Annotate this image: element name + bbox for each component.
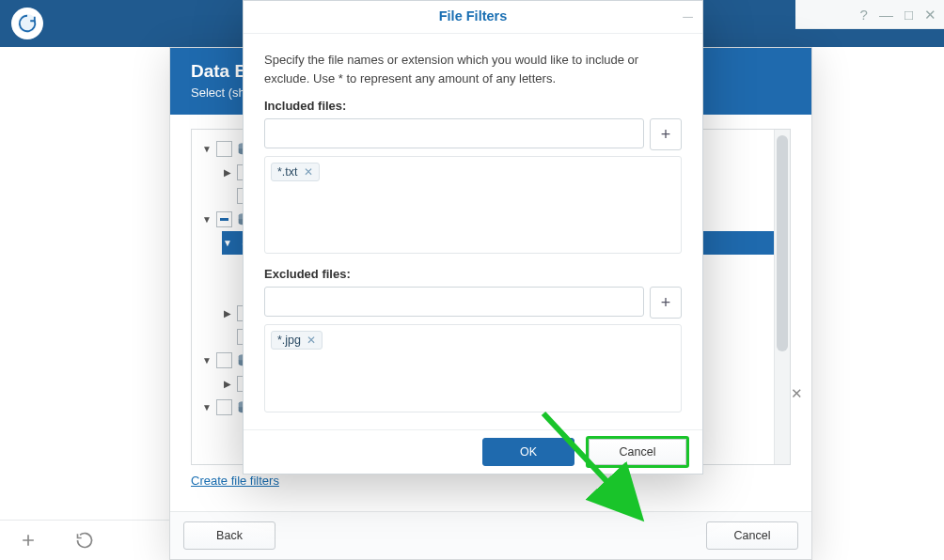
remove-tag-icon[interactable]: ✕ (304, 165, 313, 179)
help-icon[interactable]: ? (860, 8, 868, 22)
scrollbar[interactable] (774, 130, 790, 464)
chevron-down-icon[interactable]: ▼ (201, 402, 212, 412)
history-button[interactable] (56, 521, 113, 560)
chevron-down-icon[interactable]: ▼ (201, 144, 212, 154)
checkbox-partial[interactable] (216, 211, 232, 227)
add-excluded-button[interactable]: + (650, 287, 682, 319)
checkbox[interactable] (216, 352, 232, 368)
remove-tag-icon[interactable]: ✕ (307, 334, 316, 347)
tag-label: *.jpg (277, 334, 301, 347)
tag-label: *.txt (277, 165, 298, 179)
app-left-panel (0, 47, 170, 560)
close-icon[interactable]: ✕ (791, 385, 803, 402)
chevron-down-icon[interactable]: ▼ (201, 355, 212, 366)
cancel-button[interactable]: Cancel (589, 439, 686, 465)
minimize-icon[interactable]: — (879, 8, 893, 22)
left-toolbar (0, 520, 169, 560)
close-icon[interactable]: ✕ (924, 8, 936, 22)
dialog-close-icon[interactable]: ─ (683, 8, 693, 24)
chevron-right-icon[interactable]: ▶ (222, 167, 233, 178)
dialog-explanation: Specify the file names or extension whic… (264, 51, 682, 87)
included-files-input[interactable] (264, 118, 644, 148)
ok-button[interactable]: OK (482, 438, 574, 466)
chevron-down-icon[interactable]: ▼ (222, 238, 233, 248)
file-filters-dialog: File Filters ─ Specify the file names or… (243, 0, 703, 474)
dialog-body: Specify the file names or extension whic… (244, 34, 702, 429)
add-included-button[interactable]: + (650, 118, 682, 150)
wizard-footer: Back Cancel (170, 511, 811, 559)
create-file-filter-link[interactable]: Create file filters (191, 474, 279, 488)
dialog-footer: OK Cancel (244, 429, 702, 474)
excluded-files-label: Excluded files: (264, 267, 682, 281)
checkbox[interactable] (216, 399, 232, 415)
cancel-button[interactable]: Cancel (706, 521, 798, 550)
excluded-files-input[interactable] (264, 287, 644, 317)
cancel-highlight: Cancel (586, 436, 689, 468)
dialog-title: File Filters (244, 8, 702, 23)
included-tags-area: *.txt ✕ (264, 156, 682, 254)
scrollbar-thumb[interactable] (777, 135, 788, 351)
chevron-right-icon[interactable]: ▶ (222, 308, 233, 319)
included-files-label: Included files: (264, 99, 682, 113)
chevron-right-icon[interactable]: ▶ (222, 379, 233, 389)
excluded-tag[interactable]: *.jpg ✕ (271, 331, 323, 350)
app-window-controls: ? — □ ✕ (795, 0, 944, 29)
dialog-header: File Filters ─ (244, 1, 702, 34)
checkbox[interactable] (216, 141, 232, 157)
maximize-icon[interactable]: □ (905, 8, 913, 22)
add-task-button[interactable] (0, 521, 56, 560)
back-button[interactable]: Back (183, 521, 275, 550)
included-tag[interactable]: *.txt ✕ (271, 163, 320, 181)
chevron-down-icon[interactable]: ▼ (201, 214, 212, 225)
excluded-tags-area: *.jpg ✕ (264, 324, 682, 412)
app-logo-icon (11, 8, 43, 39)
